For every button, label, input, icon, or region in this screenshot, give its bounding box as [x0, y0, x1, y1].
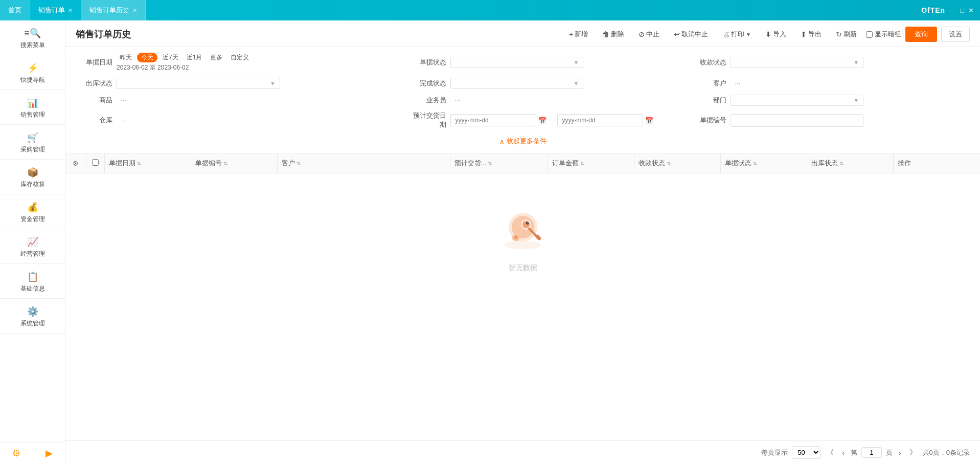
- filter-order-status-section: 单据状态 ▼: [409, 57, 679, 68]
- date-filter: 昨天 今天 近7天 近1月 更多 自定义 2023-06-02 至 2023-0…: [117, 53, 252, 72]
- order-status-select[interactable]: ▼: [450, 57, 583, 68]
- th-customer-sort-icon[interactable]: ⇅: [297, 161, 301, 166]
- svg-point-8: [514, 235, 518, 239]
- dept-select[interactable]: ▼: [731, 95, 863, 106]
- shortcut-more[interactable]: 更多: [207, 53, 225, 62]
- last-page-button[interactable]: 》: [907, 447, 919, 458]
- empty-state: 暂无数据: [65, 173, 980, 303]
- tab-sales-order[interactable]: 销售订单 ✕: [30, 0, 81, 20]
- setting-button[interactable]: 设置: [941, 27, 970, 42]
- filter-doc-number-section: 单据编号: [690, 114, 960, 127]
- th-order-status-sort-icon[interactable]: ⇅: [753, 161, 757, 166]
- dept-arrow-icon: ▼: [853, 97, 859, 103]
- sidebar-item-sys-mgmt[interactable]: ⚙️ 系统管理: [0, 299, 65, 334]
- import-button[interactable]: ⬇ 导入: [760, 27, 791, 41]
- page-unit-label: 页: [886, 448, 893, 457]
- display-cols-checkbox[interactable]: [866, 31, 873, 38]
- delivery-date-start-input[interactable]: [450, 114, 536, 126]
- cancel-stop-button[interactable]: ↩ 取消中止: [669, 27, 713, 41]
- warehouse-filter-label: 仓库: [76, 116, 117, 125]
- window-min-icon[interactable]: —: [949, 7, 956, 14]
- th-payment-status-sort-icon[interactable]: ⇅: [667, 161, 671, 166]
- customer-ellipsis-btn[interactable]: ···: [731, 77, 744, 89]
- delivery-date-end-input[interactable]: [557, 114, 643, 126]
- cancel-stop-icon: ↩: [674, 30, 680, 38]
- delivery-date-end-calendar-icon[interactable]: 📅: [645, 117, 653, 124]
- prev-page-button[interactable]: ‹: [840, 448, 847, 458]
- th-date[interactable]: 单据日期 ⇅: [104, 153, 191, 173]
- sidebar-item-quick-nav[interactable]: ⚡ 快捷导航: [0, 55, 65, 90]
- export-button[interactable]: ⬆ 导出: [795, 27, 827, 41]
- th-delivery[interactable]: 预计交货... ⇅: [450, 153, 548, 173]
- th-settings[interactable]: ⚙: [65, 153, 86, 173]
- collapse-bar[interactable]: ∧ 收起更多条件: [76, 135, 970, 147]
- shortcut-yesterday[interactable]: 昨天: [117, 53, 135, 62]
- warehouse-ellipsis-btn[interactable]: ···: [117, 115, 130, 126]
- page-size-select[interactable]: 50 10 20 100: [792, 446, 821, 459]
- sidebar-item-sales-mgmt[interactable]: 📊 销售管理: [0, 90, 65, 125]
- sidebar-settings-icon[interactable]: ⚙: [12, 448, 20, 459]
- delivery-date-start-calendar-icon[interactable]: 📅: [538, 117, 546, 124]
- first-page-button[interactable]: 《: [825, 447, 836, 458]
- salesperson-ellipsis-btn[interactable]: ···: [450, 94, 464, 106]
- salesperson-filter-label: 业务员: [409, 96, 450, 105]
- empty-illustration: [497, 204, 549, 255]
- sidebar-expand-icon[interactable]: ▶: [45, 448, 53, 459]
- sidebar-item-base-info[interactable]: 📋 基础信息: [0, 264, 65, 299]
- import-label: 导入: [773, 30, 786, 39]
- filter-warehouse-section: 仓库 ···: [76, 115, 399, 126]
- sidebar-item-fund-mgmt[interactable]: 💰 资金管理: [0, 194, 65, 229]
- stop-button[interactable]: ⊘ 中止: [633, 27, 665, 41]
- new-button[interactable]: + 新增: [564, 27, 593, 41]
- complete-status-select[interactable]: ▼: [450, 78, 583, 89]
- tab-sales-order-history[interactable]: 销售订单历史 ✕: [81, 0, 146, 20]
- import-icon: ⬇: [765, 30, 771, 38]
- window-close-icon[interactable]: ✕: [968, 7, 974, 14]
- th-customer[interactable]: 客户 ⇅: [277, 153, 450, 173]
- th-checkbox[interactable]: [86, 153, 104, 173]
- operation-mgmt-icon: 📈: [27, 236, 38, 248]
- next-page-button[interactable]: ›: [897, 448, 903, 458]
- display-cols-checkbox-label[interactable]: 显示暗组: [866, 30, 901, 39]
- sidebar-item-search-menu[interactable]: ≡🔍 搜索菜单: [0, 20, 65, 55]
- shortcut-custom[interactable]: 自定义: [227, 53, 252, 62]
- th-number-sort-icon[interactable]: ⇅: [223, 161, 227, 166]
- payment-status-select[interactable]: ▼: [731, 57, 863, 68]
- shortcut-1month[interactable]: 近1月: [184, 53, 206, 62]
- shortcut-7days[interactable]: 近7天: [159, 53, 181, 62]
- th-number[interactable]: 单据编号 ⇅: [191, 153, 277, 173]
- th-payment-status[interactable]: 收款状态 ⇅: [634, 153, 721, 173]
- delete-button[interactable]: 🗑 删除: [597, 27, 629, 41]
- th-warehouse-status-sort-icon[interactable]: ⇅: [839, 161, 844, 166]
- sidebar-item-operation-mgmt[interactable]: 📈 经营管理: [0, 229, 65, 264]
- goods-ellipsis-btn[interactable]: ···: [117, 94, 130, 106]
- th-number-label: 单据编号: [195, 159, 222, 168]
- sidebar-item-purchase-mgmt[interactable]: 🛒 采购管理: [0, 125, 65, 160]
- th-actions: 操作: [894, 153, 980, 173]
- settings-gear-icon[interactable]: ⚙: [73, 160, 79, 167]
- shortcut-today[interactable]: 今天: [137, 53, 157, 62]
- warehouse-status-select[interactable]: ▼: [117, 78, 280, 89]
- doc-number-input[interactable]: [731, 114, 863, 127]
- th-warehouse-status[interactable]: 出库状态 ⇅: [807, 153, 894, 173]
- sales-order-history-close-icon[interactable]: ✕: [132, 7, 137, 14]
- collapse-label: 收起更多条件: [507, 137, 546, 146]
- th-amount[interactable]: 订单金额 ⇅: [548, 153, 634, 173]
- th-date-sort-icon[interactable]: ⇅: [137, 161, 141, 166]
- sidebar-item-inventory-calc[interactable]: 📦 库存核算: [0, 160, 65, 194]
- th-order-status[interactable]: 单据状态 ⇅: [721, 153, 807, 173]
- refresh-button[interactable]: ↻ 刷新: [831, 27, 862, 41]
- th-amount-sort-icon[interactable]: ⇅: [580, 161, 584, 166]
- window-max-icon[interactable]: □: [960, 7, 964, 14]
- th-delivery-sort-icon[interactable]: ⇅: [488, 161, 492, 166]
- sales-order-close-icon[interactable]: ✕: [68, 7, 73, 14]
- top-tabs: 首页 销售订单 ✕ 销售订单历史 ✕: [0, 0, 915, 20]
- query-button[interactable]: 查询: [905, 27, 937, 42]
- sidebar-sys-mgmt-label: 系统管理: [20, 319, 45, 328]
- tab-home[interactable]: 首页: [0, 0, 30, 20]
- select-all-checkbox[interactable]: [92, 159, 99, 166]
- sidebar-base-info-label: 基础信息: [20, 284, 45, 293]
- pagination-bar: 每页显示 50 10 20 100 《 ‹ 第 页 › 》 共0页，0条记录: [65, 440, 980, 464]
- print-button[interactable]: 🖨 打印 ▼: [717, 27, 756, 41]
- page-number-input[interactable]: [861, 447, 882, 458]
